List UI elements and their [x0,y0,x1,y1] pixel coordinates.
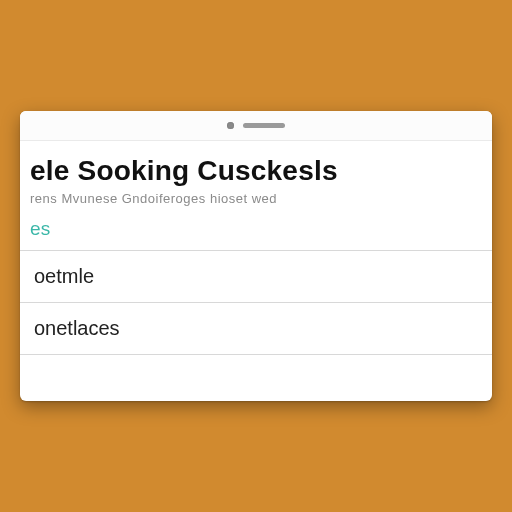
screen-content: ele Sooking Cusckesls rens Mvunese Gndoi… [20,141,492,355]
filter-link-row: es [20,212,492,250]
speaker-slot-icon [243,123,285,128]
filter-link[interactable]: es [30,218,50,239]
page-header: ele Sooking Cusckesls rens Mvunese Gndoi… [20,141,492,212]
camera-dot-icon [227,122,234,129]
device-status-bar [20,111,492,141]
page-subtitle: rens Mvunese Gndoiferoges hioset wed [30,191,476,206]
list-item[interactable]: oetmle [20,251,492,303]
settings-list: oetmle onetlaces [20,250,492,355]
page-title: ele Sooking Cusckesls [30,155,476,187]
phone-frame: ele Sooking Cusckesls rens Mvunese Gndoi… [20,111,492,401]
list-item[interactable]: onetlaces [20,303,492,355]
